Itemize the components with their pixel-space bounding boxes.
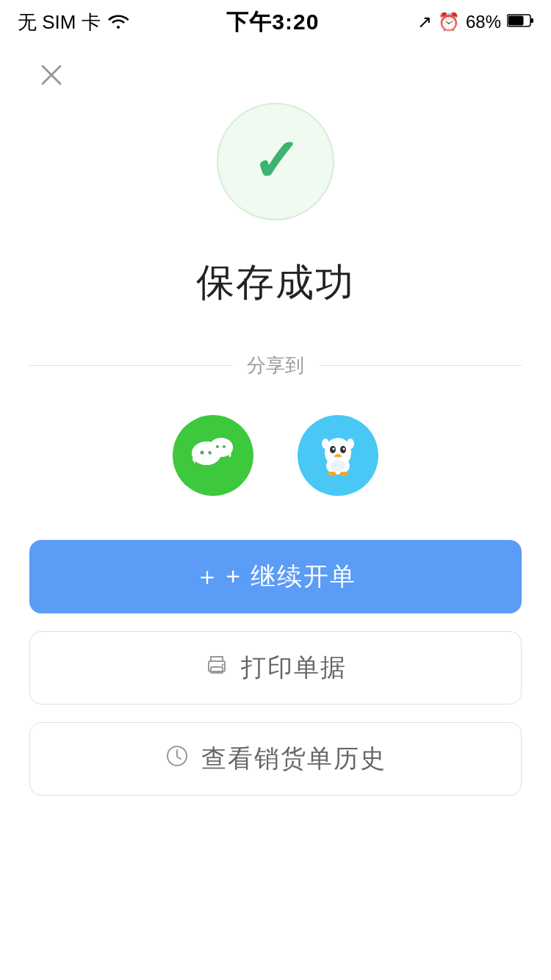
wifi-icon bbox=[108, 11, 129, 34]
action-buttons: ＋ + 继续开单 打印单据 查看销货单历 bbox=[0, 540, 551, 796]
location-icon: ↗ bbox=[417, 12, 432, 32]
svg-rect-1 bbox=[530, 18, 533, 23]
svg-point-26 bbox=[331, 460, 345, 472]
share-divider: 分享到 bbox=[29, 353, 522, 378]
battery-percentage: 68% bbox=[466, 12, 501, 32]
close-button[interactable] bbox=[29, 53, 73, 97]
alarm-icon: ⏰ bbox=[438, 12, 460, 32]
continue-label: + 继续开单 bbox=[226, 560, 356, 594]
success-circle: ✓ bbox=[217, 103, 334, 220]
history-button[interactable]: 查看销货单历史 bbox=[29, 722, 522, 796]
checkmark-icon: ✓ bbox=[251, 132, 300, 191]
share-section: 分享到 bbox=[0, 353, 551, 496]
success-title: 保存成功 bbox=[196, 257, 355, 309]
wechat-share-button[interactable] bbox=[173, 415, 253, 496]
svg-point-22 bbox=[333, 448, 335, 450]
status-time: 下午3:20 bbox=[226, 7, 319, 37]
svg-point-33 bbox=[222, 664, 224, 666]
share-label: 分享到 bbox=[247, 353, 304, 378]
status-bar: 无 SIM 卡 下午3:20 ↗ ⏰ 68% bbox=[0, 0, 551, 44]
continue-button[interactable]: ＋ + 继续开单 bbox=[29, 540, 522, 613]
svg-point-14 bbox=[201, 451, 204, 455]
no-sim-label: 无 SIM 卡 bbox=[18, 10, 101, 35]
svg-point-30 bbox=[347, 439, 354, 449]
qq-share-button[interactable] bbox=[298, 415, 378, 496]
battery-icon bbox=[507, 12, 533, 32]
printer-icon bbox=[204, 652, 229, 683]
status-right: ↗ ⏰ 68% bbox=[417, 12, 533, 32]
divider-left bbox=[29, 365, 232, 366]
svg-point-28 bbox=[339, 472, 348, 476]
main-content: ✓ 保存成功 分享到 bbox=[0, 44, 551, 796]
svg-point-27 bbox=[328, 472, 336, 476]
share-icons bbox=[29, 415, 522, 496]
svg-point-17 bbox=[216, 445, 219, 448]
clock-icon bbox=[165, 743, 190, 774]
svg-point-29 bbox=[322, 439, 329, 449]
plus-icon: ＋ bbox=[195, 560, 221, 594]
svg-rect-2 bbox=[508, 16, 523, 26]
print-label: 打印单据 bbox=[241, 651, 347, 685]
print-button[interactable]: 打印单据 bbox=[29, 631, 522, 705]
svg-point-23 bbox=[343, 448, 345, 450]
divider-right bbox=[319, 365, 522, 366]
status-left: 无 SIM 卡 bbox=[18, 10, 129, 35]
history-label: 查看销货单历史 bbox=[201, 742, 386, 776]
svg-point-18 bbox=[223, 445, 226, 448]
